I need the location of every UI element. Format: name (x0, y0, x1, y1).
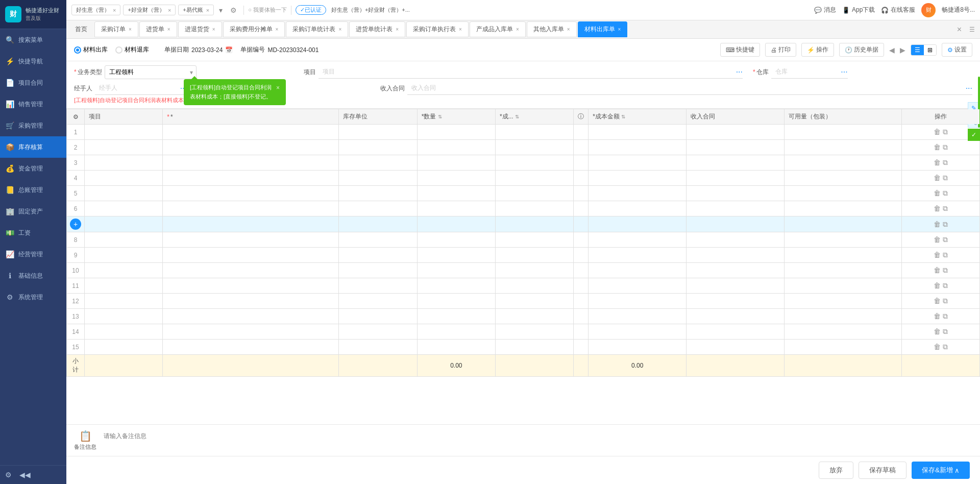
table-cell[interactable] (574, 216, 589, 232)
table-cell[interactable] (417, 140, 495, 155)
table-cell[interactable] (589, 140, 687, 155)
copy-row-icon[interactable]: ⧉ (942, 343, 949, 351)
tag-easy-account[interactable]: +易代账 × (178, 5, 214, 15)
copy-row-icon[interactable]: ⧉ (942, 266, 949, 274)
table-cell[interactable] (417, 324, 495, 340)
table-cell[interactable] (686, 140, 784, 155)
table-cell[interactable] (85, 186, 163, 201)
delete-row-icon[interactable]: 🗑 (933, 266, 942, 274)
delete-row-icon[interactable]: 🗑 (933, 297, 942, 305)
tab-close-return[interactable]: × (212, 27, 215, 32)
table-cell[interactable] (85, 309, 163, 324)
table-cell[interactable] (784, 248, 901, 263)
table-cell[interactable] (495, 248, 573, 263)
table-cell[interactable] (495, 155, 573, 171)
table-cell[interactable] (495, 201, 573, 216)
tag-close-icon3[interactable]: × (206, 7, 209, 13)
tab-close-other[interactable]: × (567, 27, 570, 32)
topbar-dropdown-icon[interactable]: ▾ (216, 5, 225, 15)
table-cell[interactable] (417, 340, 495, 355)
shortcut-btn[interactable]: ⌨ 快捷键 (720, 43, 760, 57)
copy-row-icon[interactable]: ⧉ (942, 297, 949, 305)
table-cell[interactable] (495, 309, 573, 324)
table-cell[interactable] (495, 232, 573, 248)
tab-close-fee[interactable]: × (276, 27, 279, 32)
table-cell[interactable] (339, 216, 417, 232)
table-cell[interactable] (495, 278, 573, 294)
sidebar-item-assets[interactable]: 🏢 固定资产 (0, 201, 66, 222)
table-cell[interactable] (85, 340, 163, 355)
table-cell[interactable] (85, 263, 163, 278)
sidebar-item-contract[interactable]: 📄 项目合同 (0, 72, 66, 93)
tab-close-stat[interactable]: × (338, 27, 341, 32)
history-btn[interactable]: 🕐 历史单据 (839, 43, 884, 57)
tabbar-close-btn[interactable]: × (954, 24, 964, 35)
table-cell[interactable] (339, 140, 417, 155)
table-cell[interactable] (574, 155, 589, 171)
table-cell[interactable] (417, 294, 495, 309)
table-cell[interactable] (417, 201, 495, 216)
table-cell[interactable] (574, 232, 589, 248)
table-cell[interactable] (574, 201, 589, 216)
table-cell[interactable] (163, 324, 339, 340)
table-cell[interactable] (686, 171, 784, 186)
table-cell[interactable] (85, 171, 163, 186)
table-cell[interactable] (686, 125, 784, 140)
table-cell[interactable] (589, 155, 687, 171)
table-cell[interactable] (495, 125, 573, 140)
table-cell[interactable] (417, 155, 495, 171)
nav-next-icon[interactable]: ▶ (900, 46, 905, 54)
table-cell[interactable] (495, 216, 573, 232)
table-cell[interactable] (686, 155, 784, 171)
table-cell[interactable] (589, 309, 687, 324)
table-cell[interactable] (784, 263, 901, 278)
delete-row-icon[interactable]: 🗑 (933, 235, 942, 244)
table-cell[interactable] (339, 340, 417, 355)
table-cell[interactable] (339, 248, 417, 263)
delete-row-icon[interactable]: 🗑 (933, 158, 942, 166)
table-cell[interactable] (417, 309, 495, 324)
user-avatar[interactable]: 财 (921, 3, 936, 17)
table-cell[interactable] (339, 155, 417, 171)
tab-close-goods-stat[interactable]: × (396, 27, 399, 32)
tab-finished-goods[interactable]: 产成品入库单 × (470, 21, 526, 37)
table-cell[interactable] (574, 324, 589, 340)
sidebar-item-salary[interactable]: 💵 工资 (0, 222, 66, 244)
table-cell[interactable] (589, 324, 687, 340)
tab-purchase-order[interactable]: 采购订单 × (94, 21, 138, 37)
tag-close-icon[interactable]: × (113, 7, 116, 13)
table-cell[interactable] (339, 294, 417, 309)
copy-row-icon[interactable]: ⧉ (942, 281, 949, 289)
delete-row-icon[interactable]: 🗑 (933, 312, 942, 320)
side-icon-3[interactable]: ✓ (968, 129, 980, 141)
sidebar-item-inventory[interactable]: 📦 库存核算 (0, 136, 66, 158)
table-cell[interactable] (589, 186, 687, 201)
sidebar-item-search[interactable]: 🔍 搜索菜单 (0, 29, 66, 51)
copy-row-icon[interactable]: ⧉ (942, 128, 949, 136)
table-cell[interactable] (85, 248, 163, 263)
table-cell[interactable] (784, 125, 901, 140)
collapse-icon[interactable]: ◀◀ (19, 471, 31, 479)
table-cell[interactable] (163, 248, 339, 263)
tab-close-goods[interactable]: × (167, 27, 170, 32)
table-cell[interactable] (85, 125, 163, 140)
table-cell[interactable] (574, 171, 589, 186)
tag-good-finance[interactable]: +好业财（营） × (123, 5, 176, 15)
tab-close-purchase[interactable]: × (129, 27, 132, 32)
delete-row-icon[interactable]: 🗑 (933, 204, 942, 212)
col-gear[interactable]: ⚙ (67, 109, 85, 125)
radio-material-out[interactable]: 材料出库 (74, 45, 108, 54)
table-cell[interactable] (339, 263, 417, 278)
table-cell[interactable] (574, 186, 589, 201)
table-cell[interactable] (163, 171, 339, 186)
table-cell[interactable] (495, 294, 573, 309)
tab-goods-stat[interactable]: 进货单统计表 × (349, 21, 405, 37)
copy-row-icon[interactable]: ⧉ (942, 312, 949, 320)
table-cell[interactable] (417, 232, 495, 248)
tag-good-business[interactable]: 好生意（营） × (71, 5, 120, 15)
copy-row-icon[interactable]: ⧉ (942, 204, 949, 212)
table-cell[interactable] (85, 201, 163, 216)
sidebar-item-nav[interactable]: ⚡ 快捷导航 (0, 51, 66, 72)
table-cell[interactable] (589, 171, 687, 186)
save-draft-button[interactable]: 保存草稿 (859, 462, 906, 479)
